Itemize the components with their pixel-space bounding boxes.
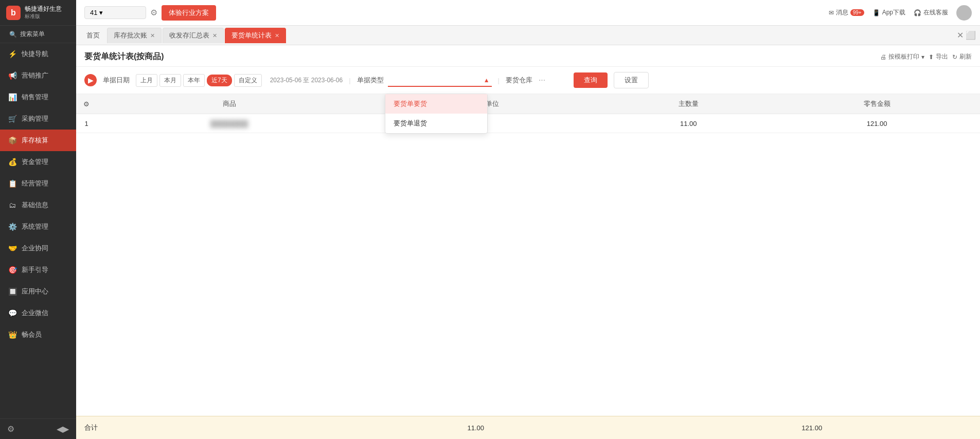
tab-inventory-batch[interactable]: 库存批次账✕ [107,28,162,43]
close-all-tabs-btn[interactable]: ✕ [957,30,964,40]
sidebar-icon-operation: 📋 [7,178,17,189]
app-download-label: App下载 [882,8,905,17]
cell-no-0: 1 [76,114,97,133]
page-title: 要货单统计表(按商品) [84,51,164,62]
filter-this-year-btn[interactable]: 本年 [183,74,205,87]
filter-this-month-btn[interactable]: 本月 [159,74,181,87]
tab-order-stat[interactable]: 要货单统计表✕ [225,28,286,43]
type-filter-input[interactable] [388,74,492,87]
sidebar-icon-app-center: 🔲 [7,286,17,297]
filter-sep-1: | [349,77,350,84]
refresh-icon: ↻ [952,53,957,61]
query-button[interactable]: 查询 [574,72,608,88]
sidebar-label-guide: 新手引导 [22,265,69,275]
sidebar-item-marketing[interactable]: 📢 营销推广 [0,65,76,86]
data-table-container: ⚙ 商品 主计量单位 主数量 零售金额 1 ████████ 块 11.00 1… [76,94,980,344]
messages-label: 消息 [836,8,848,17]
phone-icon: 📱 [872,9,880,16]
tab-home[interactable]: 首页 [80,28,106,43]
sidebar-label-operation: 经营管理 [22,179,69,188]
warehouse-filter-label: 要货仓库 [506,76,532,85]
cell-amount-0: 121.00 [774,114,980,133]
filter-warehouse-group: 要货仓库 ··· [506,76,567,85]
expand-tabs-btn[interactable]: ⬜ [966,30,976,40]
content-inner: 要货单统计表(按商品) 🖨 按模板打印 ▾ ⬆ 导出 ↻ 刷新 [76,45,980,439]
filter-sep-2: | [498,77,500,84]
tab-recv-summary[interactable]: 收发存汇总表✕ [163,28,224,43]
messages-btn[interactable]: ✉ 消息 99+ [829,8,864,17]
tab-close-inventory-batch[interactable]: ✕ [150,32,155,39]
sidebar-label-app-center: 应用中心 [22,287,69,296]
settings-icon[interactable]: ⚙ [7,424,14,434]
sidebar-label-quick-nav: 快捷导航 [22,49,69,59]
sidebar-icon-inventory: 📦 [7,135,17,145]
tab-collapse-controls: ✕ ⬜ [957,30,976,40]
type-filter-arrow[interactable]: ▲ [484,77,490,84]
user-avatar[interactable] [956,5,972,21]
tab-label-home: 首页 [86,31,100,40]
sidebar-footer: ⚙ ◀▶ [0,418,76,439]
col-settings[interactable]: ⚙ [76,94,97,114]
sidebar-label-marketing: 营销推广 [22,71,69,80]
app-download-btn[interactable]: 📱 App下载 [872,8,905,17]
sidebar: b 畅捷通好生意 标准版 🔍 搜索菜单 ⚡ 快捷导航 📢 营销推广 📊 销售管理… [0,0,76,439]
sidebar-item-app-center[interactable]: 🔲 应用中心 [0,281,76,302]
search-icon: 🔍 [9,31,17,38]
sidebar-item-sales[interactable]: 📊 销售管理 [0,86,76,108]
sidebar-label-members: 畅会员 [22,330,69,339]
col-amount: 零售金额 [774,94,980,114]
sidebar-item-guide[interactable]: 🎯 新手引导 [0,259,76,281]
tab-close-order-stat[interactable]: ✕ [275,32,279,39]
sidebar-item-inventory[interactable]: 📦 库存核算 [0,130,76,151]
content-area: 要货单统计表(按商品) 🖨 按模板打印 ▾ ⬆ 导出 ↻ 刷新 [76,45,980,439]
data-table: ⚙ 商品 主计量单位 主数量 零售金额 1 ████████ 块 11.00 1… [76,94,980,133]
tab-close-recv-summary[interactable]: ✕ [212,32,217,39]
type-input-wrapper: ▲ [388,74,492,87]
refresh-btn[interactable]: ↻ 刷新 [952,52,972,61]
tabbar: 首页库存批次账✕收发存汇总表✕要货单统计表✕ ✕ ⬜ [76,26,980,45]
message-icon: ✉ [829,9,834,16]
sidebar-item-operation[interactable]: 📋 经营管理 [0,173,76,194]
filter-expand-btn[interactable]: ▶ [84,74,97,86]
export-label: 导出 [936,52,948,61]
sidebar-item-quick-nav[interactable]: ⚡ 快捷导航 [0,43,76,65]
dropdown-item-order-return[interactable]: 要货单退货 [385,114,487,133]
filter-prev-month-btn[interactable]: 上月 [136,74,157,87]
collapse-icon[interactable]: ◀▶ [57,424,69,434]
filter-custom-btn[interactable]: 自定义 [234,74,262,87]
sidebar-item-members[interactable]: 👑 畅会员 [0,324,76,345]
app-name: 畅捷通好生意 [25,5,62,13]
sidebar-label-purchase: 采购管理 [22,114,69,123]
topbar-gear-icon[interactable]: ⚙ [150,8,157,17]
sidebar-item-basic[interactable]: 🗂 基础信息 [0,194,76,216]
sidebar-search[interactable]: 🔍 搜索菜单 [0,26,76,43]
col-qty: 主数量 [603,94,774,114]
settings-button[interactable]: 设置 [614,72,649,88]
dropdown-item-order-goods[interactable]: 要货单要货 [385,94,487,114]
cell-qty-0: 11.00 [603,114,774,133]
print-label: 按模板打印 [888,52,919,61]
table-header-row: ⚙ 商品 主计量单位 主数量 零售金额 [76,94,980,114]
company-selector[interactable]: 41 ▾ [84,6,146,19]
export-btn[interactable]: ⬆ 导出 [929,52,948,61]
sidebar-icon-sales: 📊 [7,92,17,102]
filter-7days-btn[interactable]: 近7天 [207,75,232,86]
type-dropdown: 要货单要货要货单退货 [385,94,488,134]
sidebar-item-finance[interactable]: 💰 资金管理 [0,151,76,173]
footer-amount: 121.00 [644,424,981,432]
tab-label-order-stat: 要货单统计表 [231,31,272,40]
sidebar-item-collab[interactable]: 🤝 企业协同 [0,237,76,259]
print-template-btn[interactable]: 🖨 按模板打印 ▾ [880,52,924,61]
sidebar-label-system: 系统管理 [22,222,69,231]
sidebar-item-system[interactable]: ⚙️ 系统管理 [0,216,76,237]
online-service-btn[interactable]: 🎧 在线客服 [914,8,948,17]
sidebar-item-purchase[interactable]: 🛒 采购管理 [0,108,76,130]
sidebar-label-inventory: 库存核算 [22,136,69,145]
sidebar-item-wechat-biz[interactable]: 💬 企业微信 [0,302,76,324]
trial-button[interactable]: 体验行业方案 [162,5,216,21]
warehouse-more-icon[interactable]: ··· [539,76,545,85]
app-sub: 标准版 [25,13,62,20]
filter-type-group: 单据类型 ▲ [357,74,492,87]
topbar-right: ✉ 消息 99+ 📱 App下载 🎧 在线客服 [829,5,972,21]
date-filter-label: 单据日期 [103,76,130,85]
